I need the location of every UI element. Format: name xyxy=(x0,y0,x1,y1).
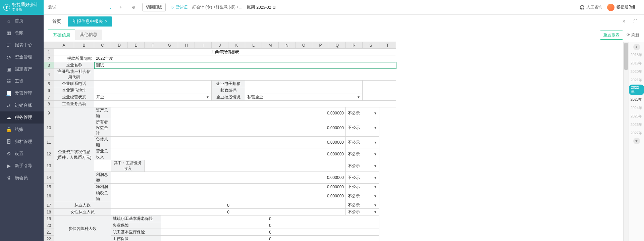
year-item[interactable]: 2024年 xyxy=(631,104,642,112)
dropdown-cell[interactable]: 不公示▼ xyxy=(346,119,379,137)
scrollbar-thumb[interactable] xyxy=(624,43,628,70)
col-head-L[interactable]: L xyxy=(245,42,262,49)
row-head-15[interactable]: 15 xyxy=(44,184,54,190)
col-head-G[interactable]: G xyxy=(161,42,178,49)
row-head-4[interactable]: 4 xyxy=(44,69,54,81)
tab-home[interactable]: 首页 xyxy=(48,16,66,27)
dropdown-cell[interactable]: 不公示▼ xyxy=(346,172,379,184)
subtab-basic[interactable]: 基础信息 xyxy=(48,30,75,40)
close-all-tabs-button[interactable]: ✕ xyxy=(620,17,628,26)
data-cell[interactable]: 0 xyxy=(111,202,346,209)
sidebar-item-10[interactable]: 🗄归档管理 xyxy=(0,136,44,148)
data-cell[interactable]: 0.000000 xyxy=(111,148,346,160)
data-cell[interactable] xyxy=(145,160,346,172)
row-head-17[interactable]: 17 xyxy=(44,202,54,209)
data-cell[interactable]: 0 xyxy=(111,209,346,215)
row-head-14[interactable]: 14 xyxy=(44,172,54,184)
dropdown-cell[interactable]: 不公示▼ xyxy=(346,107,379,119)
col-head-N[interactable]: N xyxy=(279,42,296,49)
row-head-19[interactable]: 19 xyxy=(44,215,54,222)
year-item[interactable]: 2027年 xyxy=(631,129,642,137)
vertical-scrollbar[interactable] xyxy=(623,42,629,241)
row-head-16[interactable]: 16 xyxy=(44,190,54,202)
col-head-R[interactable]: R xyxy=(346,42,363,49)
sidebar-item-6[interactable]: 🧾发票管理 xyxy=(0,87,44,99)
data-cell[interactable]: 0.000000 xyxy=(111,119,346,137)
dropdown-cell[interactable]: 不公示▼ xyxy=(346,202,379,209)
dropdown-cell[interactable]: 开业▼ xyxy=(94,94,212,101)
col-head-M[interactable]: M xyxy=(262,42,279,49)
col-head-B[interactable]: B xyxy=(74,42,94,49)
dropdown-cell[interactable]: 不公示▼ xyxy=(346,160,379,172)
year-down-button[interactable]: ▼ xyxy=(633,138,640,144)
dropdown-cell[interactable]: 不公示▼ xyxy=(346,184,379,190)
sidebar-item-0[interactable]: ⌂首页 xyxy=(0,15,44,27)
col-head-K[interactable]: K xyxy=(228,42,245,49)
sidebar-item-9[interactable]: 🔒结账 xyxy=(0,124,44,136)
sidebar-item-5[interactable]: ☳工资 xyxy=(0,75,44,87)
data-cell[interactable]: 0 xyxy=(161,236,379,241)
row-head-5[interactable]: 5 xyxy=(44,81,54,87)
year-item[interactable]: 2021年 xyxy=(631,76,642,84)
row-head-11[interactable]: 11 xyxy=(44,137,54,148)
settings-icon-button[interactable]: ⚙ xyxy=(129,3,138,11)
sidebar-item-7[interactable]: ⇄进销台账 xyxy=(0,99,44,111)
row-head-20[interactable]: 20 xyxy=(44,222,54,229)
col-head-I[interactable]: I xyxy=(195,42,212,49)
sidebar-item-11[interactable]: ⚙设置 xyxy=(0,148,44,160)
company-selector[interactable]: 测试 ⌄ xyxy=(48,3,112,12)
col-head-Q[interactable]: Q xyxy=(329,42,346,49)
row-head-3[interactable]: 3 xyxy=(44,62,54,69)
data-cell[interactable] xyxy=(94,69,396,81)
data-cell[interactable] xyxy=(94,101,396,107)
sidebar-item-1[interactable]: ▦总账 xyxy=(0,27,44,39)
year-item[interactable]: 2023年 xyxy=(631,96,642,103)
dropdown-cell[interactable]: 不公示▼ xyxy=(346,137,379,148)
subtab-other[interactable]: 其他信息 xyxy=(75,30,102,40)
user-menu[interactable]: 畅捷通B组... xyxy=(607,4,639,11)
data-cell[interactable]: 0 xyxy=(161,215,379,222)
dropdown-cell[interactable]: 不公示▼ xyxy=(346,148,379,160)
col-head-J[interactable]: J xyxy=(212,42,228,49)
support-link[interactable]: 🎧 人工咨询 xyxy=(580,4,602,10)
col-head-F[interactable]: F xyxy=(145,42,161,49)
sidebar-item-13[interactable]: ♛畅会员 xyxy=(0,172,44,184)
data-cell[interactable] xyxy=(94,81,212,87)
tab-annual-report[interactable]: 年报信息申报表 × xyxy=(68,16,112,27)
sidebar-item-2[interactable]: ⫍报表中心 xyxy=(0,39,44,51)
row-head-2[interactable]: 2 xyxy=(44,55,54,62)
dropdown-cell[interactable]: 私营企业▼ xyxy=(245,94,363,101)
col-head-D[interactable]: D xyxy=(111,42,128,49)
year-item[interactable]: 2019年 xyxy=(631,59,642,67)
reset-report-button[interactable]: 重置报表 xyxy=(600,31,623,40)
data-cell[interactable]: 0.000000 xyxy=(111,107,346,119)
refresh-button[interactable]: ⟳ 刷新 xyxy=(627,32,639,38)
col-head-H[interactable]: H xyxy=(178,42,195,49)
row-head-21[interactable]: 21 xyxy=(44,229,54,236)
dropdown-cell[interactable]: 不公示▼ xyxy=(346,209,379,215)
spreadsheet[interactable]: ABCDEFGHIJKLMNOPQRST1工商年报信息表2税款所属期间:2022… xyxy=(44,42,623,241)
period-selector[interactable]: 账期 2023-02 🗓 xyxy=(247,4,276,10)
year-item[interactable]: 2026年 xyxy=(631,121,642,129)
row-head-1[interactable]: 1 xyxy=(44,49,54,55)
row-head-7[interactable]: 7 xyxy=(44,94,54,101)
company-name-cell[interactable]: 测试 xyxy=(94,62,396,69)
year-item[interactable]: 2020年 xyxy=(631,68,642,76)
fullscreen-button[interactable]: ⛶ xyxy=(631,17,639,26)
data-cell[interactable]: 0 xyxy=(161,222,379,229)
col-head-C[interactable]: C xyxy=(94,42,111,49)
year-item[interactable]: 2022年 xyxy=(629,85,644,95)
col-head-O[interactable]: O xyxy=(296,42,312,49)
row-head-10[interactable]: 10 xyxy=(44,119,54,137)
sidebar-item-4[interactable]: ▣固定资产 xyxy=(0,63,44,75)
col-head-S[interactable]: S xyxy=(363,42,379,49)
row-head-12[interactable]: 12 xyxy=(44,148,54,160)
row-head-9[interactable]: 9 xyxy=(44,107,54,119)
row-head-22[interactable]: 22 xyxy=(44,236,54,241)
row-head-6[interactable]: 6 xyxy=(44,87,54,94)
data-cell[interactable]: 0.000000 xyxy=(111,184,346,190)
data-cell[interactable]: 0.000000 xyxy=(111,172,346,184)
close-icon[interactable]: × xyxy=(105,19,107,24)
data-cell[interactable]: 0.000000 xyxy=(111,190,346,202)
sidebar-item-3[interactable]: ◔资金管理 xyxy=(0,51,44,63)
